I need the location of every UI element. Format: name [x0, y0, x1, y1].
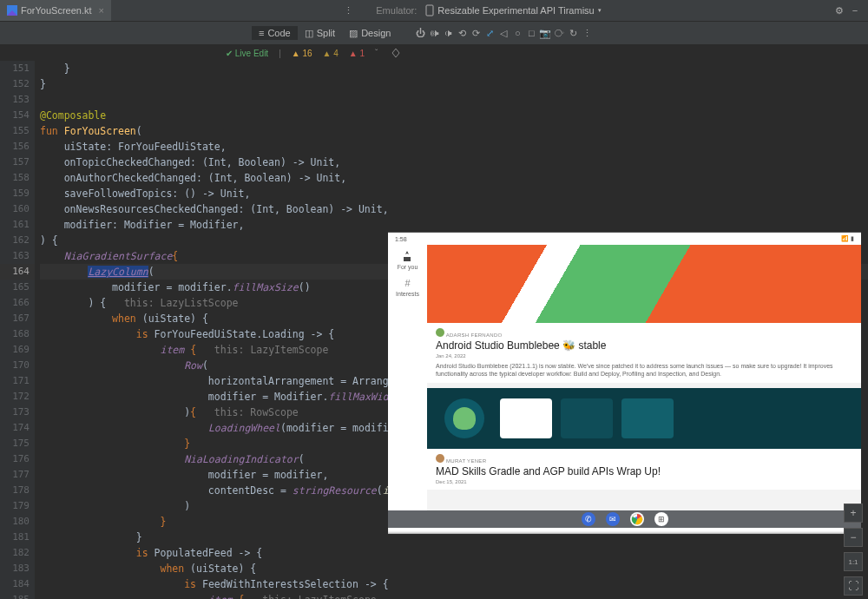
device-icon — [425, 4, 434, 16]
card1-title: Android Studio Bumblebee 🐝 stable — [436, 339, 852, 352]
home-icon[interactable]: ○ — [510, 28, 524, 38]
messages-app-icon[interactable]: ✉ — [606, 512, 620, 526]
zoom-actual-button[interactable]: 1:1 — [844, 552, 863, 571]
split-mode-label: Split — [317, 28, 335, 38]
volume-up-icon[interactable]: 🕪 — [427, 28, 441, 38]
card1-date: Jan 24, 2022 — [436, 353, 852, 359]
card2-hero-image — [427, 388, 861, 449]
nav-interests-label: Interests — [396, 291, 419, 297]
emulator-label: Emulator: — [376, 5, 417, 16]
rotate-left-icon[interactable]: ⟲ — [455, 28, 469, 39]
tab-overflow-icon[interactable]: ⋮ — [341, 5, 355, 16]
view-mode-bar: ≡ Code ◫ Split ▨ Design ⏻ 🕪 🕩 ⟲ ⟳ ⤢ ◁ ○ … — [0, 22, 868, 45]
rotate-right-icon[interactable]: ⟳ — [469, 28, 483, 39]
card2-author: MURAT YENER — [446, 458, 486, 464]
phone-app-icon[interactable]: ✆ — [582, 512, 595, 526]
weak-warning-count[interactable]: ▲ 4 — [323, 49, 339, 58]
record-icon[interactable]: ⧂ — [552, 28, 566, 39]
card2-title: MAD Skills Gradle and AGP build APIs Wra… — [436, 465, 852, 477]
editor-area: 1511521531541551561571581591601611621631… — [0, 61, 868, 599]
code-mode-icon: ≡ — [259, 28, 264, 38]
design-mode-label: Design — [361, 28, 391, 38]
more-icon[interactable]: ⋮ — [580, 28, 594, 39]
nav-foryou-item[interactable]: For you — [398, 250, 418, 270]
device-name: Resizable Experimental API Tiramisu — [437, 5, 594, 16]
foryou-icon — [401, 250, 413, 262]
app-drawer-icon[interactable]: ⊞ — [654, 512, 668, 526]
live-edit-status: ✔ Live Edit — [226, 49, 268, 58]
card2-date: Dec 15, 2021 — [436, 479, 852, 484]
card1-description: Android Studio Bumblebee (2021.1.1) is n… — [436, 362, 852, 378]
back-icon[interactable]: ◁ — [496, 28, 510, 39]
card1-hero-image — [427, 245, 861, 323]
svg-rect-1 — [426, 5, 433, 16]
top-toolbar: ForYouScreen.kt × ⋮ Emulator: Resizable … — [0, 0, 868, 22]
interests-icon: # — [401, 277, 413, 289]
line-number-gutter[interactable]: 1511521531541551561571581591601611621631… — [0, 61, 35, 599]
overview-icon[interactable]: □ — [524, 28, 538, 38]
settings-gear-icon[interactable]: ⚙ — [832, 5, 847, 16]
app-nav-rail: For you # Interests — [388, 245, 427, 510]
design-mode-icon: ▨ — [349, 28, 358, 39]
feed-card-2[interactable]: MURAT YENER MAD Skills Gradle and AGP bu… — [427, 388, 861, 490]
volume-down-icon[interactable]: 🕩 — [441, 28, 455, 38]
card1-author: ADARSH FERNANDO — [446, 332, 503, 338]
inspection-chevron-icon[interactable]: ˇ — [375, 49, 378, 58]
feed-card-1[interactable]: ADARSH FERNANDO Android Studio Bumblebee… — [427, 245, 861, 383]
warning-highlight-count[interactable]: ▲ 16 — [292, 49, 312, 58]
chevron-down-icon: ▾ — [598, 7, 602, 14]
screenshot-icon[interactable]: 📷 — [538, 28, 552, 39]
app-feed[interactable]: ADARSH FERNANDO Android Studio Bumblebee… — [427, 245, 861, 510]
design-mode-button[interactable]: ▨ Design — [342, 26, 398, 41]
snapshot-reload-icon[interactable]: ↻ — [566, 28, 580, 39]
file-tab-label: ForYouScreen.kt — [21, 5, 92, 16]
hide-panel-icon[interactable]: − — [847, 5, 863, 16]
code-mode-label: Code — [267, 28, 290, 38]
chrome-app-icon[interactable] — [630, 512, 644, 526]
status-icons: 📶 ▮ — [841, 235, 854, 242]
emulator-preview-panel: 1:58 📶 ▮ For you # Interests — [388, 232, 861, 534]
zoom-controls: + − 1:1 ⛶ — [844, 504, 863, 596]
file-tab[interactable]: ForYouScreen.kt × — [0, 0, 111, 21]
inspection-status-line: ✔ Live Edit | ▲ 16 ▲ 4 ▲ 1 ˇ — [0, 45, 868, 61]
split-mode-icon: ◫ — [305, 28, 313, 39]
kotlin-file-icon — [7, 5, 17, 16]
emulator-device-selector[interactable]: Resizable Experimental API Tiramisu ▾ — [425, 4, 601, 16]
code-mode-button[interactable]: ≡ Code — [252, 26, 298, 40]
scroll-indicator-icon[interactable] — [391, 49, 400, 57]
device-status-bar: 1:58 📶 ▮ — [388, 233, 861, 245]
device-system-nav: ✆ ✉ ⊞ — [388, 510, 861, 528]
split-mode-button[interactable]: ◫ Split — [298, 26, 342, 41]
close-tab-icon[interactable]: × — [99, 5, 104, 16]
status-time: 1:58 — [395, 236, 407, 242]
power-icon[interactable]: ⏻ — [413, 28, 427, 38]
zoom-out-button[interactable]: − — [844, 528, 863, 547]
error-count[interactable]: ▲ 1 — [349, 49, 365, 58]
nav-interests-item[interactable]: # Interests — [396, 277, 419, 297]
zoom-in-button[interactable]: + — [844, 504, 863, 523]
zoom-fit-button[interactable]: ⛶ — [844, 576, 863, 596]
resize-icon[interactable]: ⤢ — [483, 28, 496, 39]
nav-foryou-label: For you — [398, 264, 418, 270]
